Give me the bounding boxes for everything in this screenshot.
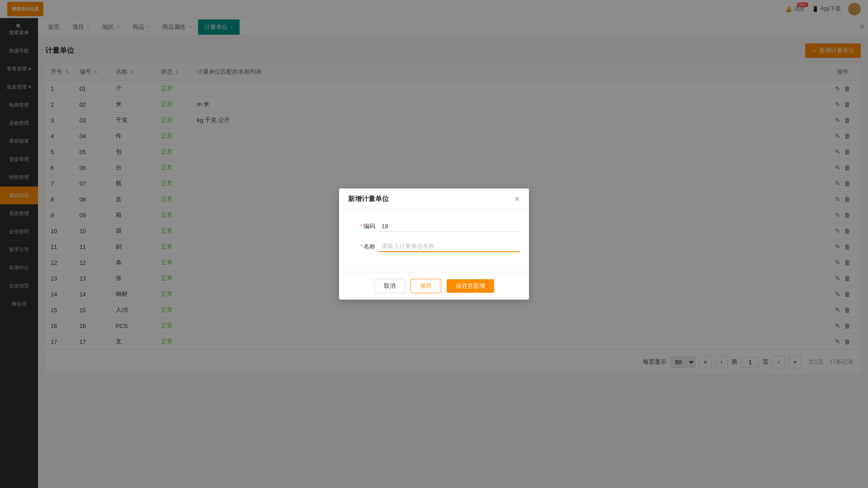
save-button[interactable]: 保存: [410, 279, 441, 293]
name-input[interactable]: [379, 241, 520, 252]
modal-title: 新增计量单位: [348, 195, 389, 203]
save-and-new-button[interactable]: 保存并新增: [447, 279, 494, 293]
modal-overlay: 新增计量单位 ✕ *编码 *名称 取消 保存 保存并新增: [0, 0, 868, 488]
modal-close-button[interactable]: ✕: [514, 195, 520, 203]
form-row-code: *编码: [348, 221, 520, 232]
add-unit-modal: 新增计量单位 ✕ *编码 *名称 取消 保存 保存并新增: [339, 188, 529, 300]
modal-footer: 取消 保存 保存并新增: [339, 272, 529, 300]
modal-body: *编码 *名称: [339, 210, 529, 272]
cancel-button[interactable]: 取消: [374, 279, 405, 293]
code-label: *编码: [348, 222, 375, 230]
name-label: *名称: [348, 243, 375, 251]
form-row-name: *名称: [348, 241, 520, 252]
code-input[interactable]: [379, 221, 520, 232]
modal-header: 新增计量单位 ✕: [339, 188, 529, 210]
